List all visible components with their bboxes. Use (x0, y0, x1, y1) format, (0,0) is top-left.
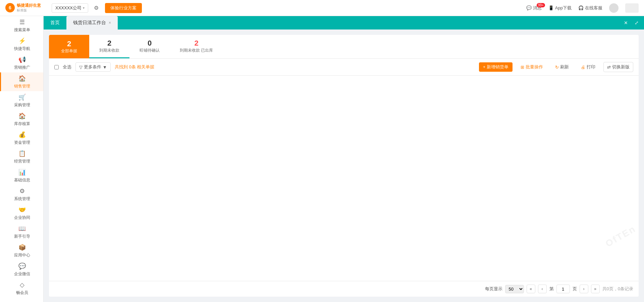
page-number-input[interactable] (556, 285, 570, 293)
tab-actions: ✕ ⤢ (621, 18, 644, 27)
sidebar: ☰ 搜索菜单 ⚡ 快捷导航 📢 营销推广 🏠 销售管理 🛒 采购管理 🏠 库存核… (0, 16, 44, 302)
message-badge: 99+ (537, 3, 545, 7)
stat-num-all: 2 (67, 40, 71, 48)
stat-tab-all[interactable]: 2 全部单据 (49, 35, 89, 58)
filter-button[interactable]: ▽ 更多条件 ▼ (75, 62, 111, 72)
base-info-icon: 📊 (18, 169, 26, 176)
add-sales-order-button[interactable]: + 新增销货单 (479, 62, 513, 72)
refresh-button[interactable]: ↻ 刷新 (551, 62, 573, 72)
guide-icon: 📖 (18, 225, 26, 232)
member-icon: ◇ (20, 281, 24, 289)
sidebar-item-app-center[interactable]: 📦 应用中心 (0, 241, 43, 260)
quick-nav-icon: ⚡ (18, 37, 26, 45)
sidebar-item-wechat[interactable]: 💬 企业微信 (0, 260, 43, 279)
online-service-button[interactable]: 🎧 在线客服 (578, 5, 602, 11)
sales-icon: 🏠 (18, 75, 26, 82)
avatar[interactable] (609, 3, 619, 13)
message-button[interactable]: 💬 消息 99+ (526, 5, 542, 11)
refresh-icon: ↻ (555, 65, 559, 70)
stat-num-pending: 0 (148, 39, 152, 48)
page-prev-button[interactable]: ‹ (538, 285, 547, 293)
trial-button[interactable]: 体验行业方案 (105, 3, 142, 13)
operations-icon: 📋 (18, 150, 26, 157)
sidebar-label: 基础信息 (14, 177, 30, 183)
stat-tab-overdue[interactable]: 2 到期未收款 (89, 35, 129, 58)
purchase-icon: 🛒 (18, 94, 26, 101)
sidebar-label: 营销推广 (14, 65, 30, 70)
sidebar-item-search-menu[interactable]: ☰ 搜索菜单 (0, 16, 43, 35)
stats-tabs: 2 全部单据 2 到期未收款 0 旺铺待确认 2 到期未收款 已出库 (49, 35, 639, 59)
app-center-icon: 📦 (18, 244, 26, 251)
sidebar-item-purchase[interactable]: 🛒 采购管理 (0, 91, 43, 110)
total-text: 共0页，0条记录 (602, 286, 633, 292)
sidebar-label: 销售管理 (14, 83, 30, 89)
select-all-checkbox[interactable] (54, 65, 59, 69)
sidebar-item-inventory[interactable]: 🏠 库存核算 (0, 110, 43, 129)
found-text: 共找到 0条 相关单据 (115, 64, 154, 70)
logo-area: 6 畅捷通好生意 标准版 (5, 3, 49, 12)
page-next-button[interactable]: › (580, 285, 588, 293)
stat-tab-shipped[interactable]: 2 到期未收款 已出库 (170, 35, 223, 58)
logo-text: 畅捷通好生意 标准版 (17, 3, 41, 12)
sidebar-item-quick-nav[interactable]: ⚡ 快捷导航 (0, 35, 43, 54)
sidebar-item-base-info[interactable]: 📊 基础信息 (0, 166, 43, 185)
sidebar-item-operations[interactable]: 📋 经营管理 (0, 147, 43, 166)
chevron-down-icon: ▼ (103, 65, 107, 70)
print-button[interactable]: 🖨 打印 (577, 62, 599, 72)
tab-home[interactable]: 首页 (44, 16, 66, 29)
chevron-down-icon: ▾ (83, 6, 85, 10)
company-selector[interactable]: XXXXXX公司 ▾ (52, 3, 88, 13)
sidebar-label: 系统管理 (14, 196, 30, 202)
sidebar-item-sales[interactable]: 🏠 销售管理 (0, 72, 43, 91)
main-content: 首页 钱货日清工作台 × ✕ ⤢ 2 全部单据 2 到期未收款 (44, 16, 644, 302)
gear-icon: ⚙ (94, 5, 99, 11)
sidebar-item-finance[interactable]: 💰 资金管理 (0, 129, 43, 147)
sidebar-item-guide[interactable]: 📖 新手引导 (0, 223, 43, 241)
sidebar-item-system[interactable]: ⚙ 系统管理 (0, 185, 43, 204)
switch-version-button[interactable]: ⇄ 切换新版 (603, 62, 633, 72)
marketing-icon: 📢 (18, 56, 26, 63)
app-download-button[interactable]: 📱 App下载 (548, 5, 572, 11)
stat-label-all: 全部单据 (61, 48, 77, 54)
content-panel: 2 全部单据 2 到期未收款 0 旺铺待确认 2 到期未收款 已出库 (49, 35, 639, 297)
system-icon: ⚙ (19, 187, 25, 195)
page-first-button[interactable]: « (527, 285, 535, 293)
message-icon: 💬 (526, 5, 532, 10)
per-page-label: 每页显示 (485, 286, 502, 292)
sidebar-label: 搜索菜单 (14, 27, 30, 33)
stat-num-overdue: 2 (107, 39, 111, 48)
sidebar-item-marketing[interactable]: 📢 营销推广 (0, 54, 43, 72)
toolbar: 全选 ▽ 更多条件 ▼ 共找到 0条 相关单据 + 新增销货单 ⊞ 批量操作 (49, 59, 639, 76)
sidebar-item-member[interactable]: ◇ 畅会员 (0, 279, 43, 298)
table-area (49, 76, 639, 281)
page-suffix: 页 (573, 286, 577, 292)
close-tab-icon[interactable]: × (109, 20, 111, 25)
sidebar-item-enterprise[interactable]: 🤝 企业协同 (0, 204, 43, 223)
enterprise-icon: 🤝 (18, 206, 26, 214)
per-page-select[interactable]: 50 100 (505, 285, 524, 293)
wechat-icon: 💬 (18, 262, 26, 270)
user-name[interactable] (625, 3, 639, 13)
stat-label-shipped: 到期未收款 已出库 (180, 48, 213, 53)
select-all-label: 全选 (63, 64, 71, 70)
sidebar-label: 采购管理 (14, 102, 30, 108)
logo-icon: 6 (5, 3, 15, 12)
page-last-button[interactable]: » (591, 285, 600, 293)
inventory-icon: 🏠 (18, 112, 26, 120)
window-close-button[interactable]: ✕ (621, 18, 631, 27)
pagination-bar: 每页显示 50 100 « ‹ 第 页 › » 共0页，0条记录 (49, 281, 639, 297)
tab-active[interactable]: 钱货日清工作台 × (66, 16, 118, 29)
window-expand-button[interactable]: ⤢ (632, 18, 641, 27)
tab-bar: 首页 钱货日清工作台 × ✕ ⤢ (44, 16, 644, 29)
sidebar-label: 企业微信 (14, 271, 30, 277)
sidebar-label: 应用中心 (14, 252, 30, 258)
stat-tab-pending[interactable]: 0 旺铺待确认 (129, 35, 170, 58)
service-icon: 🎧 (578, 5, 584, 10)
batch-operation-button[interactable]: ⊞ 批量操作 (517, 62, 547, 72)
sidebar-label: 库存核算 (14, 121, 30, 127)
settings-button[interactable]: ⚙ (91, 3, 102, 13)
batch-icon: ⊞ (521, 65, 524, 70)
download-icon: 📱 (548, 5, 554, 10)
stat-num-shipped: 2 (195, 39, 199, 48)
sidebar-label: 快捷导航 (14, 46, 30, 52)
